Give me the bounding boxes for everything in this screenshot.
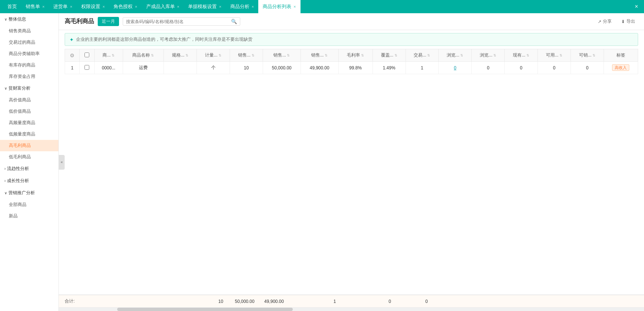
sidebar-group-trend-analysis[interactable]: ›流趋性分析 bbox=[0, 163, 58, 175]
sidebar-item-all-goods[interactable]: 全部商品 bbox=[0, 199, 58, 210]
sidebar-item-inventory-capital[interactable]: 库存资金占用 bbox=[0, 71, 58, 82]
sidebar-group-marketing-analysis[interactable]: ∨营销推广分析 bbox=[0, 187, 58, 199]
row-sellable: 0 bbox=[571, 62, 604, 74]
close-tab-sales-order[interactable]: × bbox=[42, 4, 44, 9]
sort-icon[interactable]: ⇅ bbox=[427, 54, 430, 57]
nav-item-product-analysis[interactable]: 商品分析× bbox=[226, 0, 258, 13]
sort-icon[interactable]: ⇅ bbox=[593, 54, 596, 57]
sort-icon[interactable]: ⇅ bbox=[151, 54, 154, 57]
sidebar-item-in-stock-goods[interactable]: 有库存的商品 bbox=[0, 59, 58, 71]
col-header-margin-rate[interactable]: 毛利率⇅ bbox=[338, 49, 373, 62]
close-tab-product-analysis[interactable]: × bbox=[252, 4, 254, 9]
sidebar-group-growth-analysis[interactable]: ›成长性分析 bbox=[0, 175, 58, 187]
sidebar-group-overall-info[interactable]: ∨整体信息 bbox=[0, 13, 58, 25]
col-header-name[interactable]: 商品名称⇅ bbox=[123, 49, 164, 62]
close-tab-product-entry[interactable]: × bbox=[177, 4, 179, 9]
row-browse1-link[interactable]: 0 bbox=[454, 65, 457, 70]
info-icon: ✦ bbox=[69, 37, 74, 43]
footer-cell-14: 0 bbox=[381, 299, 399, 304]
sort-icon[interactable]: ⇅ bbox=[395, 54, 397, 57]
row-select-checkbox[interactable] bbox=[84, 65, 89, 70]
sort-icon[interactable]: ⇅ bbox=[252, 54, 255, 57]
sort-icon[interactable]: ⇅ bbox=[112, 54, 115, 57]
sort-icon[interactable]: ⇅ bbox=[219, 54, 222, 57]
col-header-sales-amount[interactable]: 销售...⇅ bbox=[263, 49, 301, 62]
row-unit: 个 bbox=[197, 62, 230, 74]
col-header-sales-qty[interactable]: 销售...⇅ bbox=[230, 49, 263, 62]
horizontal-scrollbar[interactable] bbox=[59, 307, 644, 311]
nav-item-purchase-order[interactable]: 进货单× bbox=[49, 0, 76, 13]
nav-item-role-permissions[interactable]: 角色授权× bbox=[109, 0, 141, 13]
export-button[interactable]: ⬇ 导出 bbox=[618, 17, 638, 26]
col-header-current-stock[interactable]: 现有...⇅ bbox=[505, 49, 538, 62]
col-header-browse1[interactable]: 浏览...⇅ bbox=[439, 49, 472, 62]
col-header-spec[interactable]: 规格...⇅ bbox=[164, 49, 197, 62]
share-button[interactable]: ↗ 分享 bbox=[595, 17, 615, 26]
close-tab-role-permissions[interactable]: × bbox=[135, 4, 137, 9]
nav-item-order-template[interactable]: 单据模板设置× bbox=[184, 0, 226, 13]
sidebar-item-traded-goods[interactable]: 交易过的商品 bbox=[0, 37, 58, 48]
search-input[interactable] bbox=[126, 19, 231, 24]
row-available: 0 bbox=[538, 62, 571, 74]
col-header-sellable[interactable]: 可销...⇅ bbox=[571, 49, 604, 62]
data-table: ⚙商...⇅商品名称⇅规格...⇅计量...⇅销售...⇅销售...⇅销售...… bbox=[65, 49, 638, 74]
nav-item-product-entry[interactable]: 产成品入库单× bbox=[142, 0, 184, 13]
arrow-icon: › bbox=[4, 167, 6, 171]
col-header-tag: 标签 bbox=[604, 49, 638, 62]
footer-cell-6: 10 bbox=[212, 299, 230, 304]
col-header-browse2[interactable]: 浏览...⇅ bbox=[472, 49, 505, 62]
sidebar-collapse-button[interactable]: « bbox=[59, 155, 65, 170]
nav-item-home[interactable]: 首页 bbox=[3, 0, 21, 13]
search-icon[interactable]: 🔍 bbox=[231, 19, 237, 24]
sort-icon[interactable]: ⇅ bbox=[287, 54, 290, 57]
nav-item-product-analysis-list[interactable]: 商品分析列表× bbox=[258, 0, 300, 13]
col-label: 销售... bbox=[273, 52, 286, 58]
sort-icon[interactable]: ⇅ bbox=[560, 54, 562, 57]
sort-icon[interactable]: ⇅ bbox=[493, 54, 496, 57]
sort-icon[interactable]: ⇅ bbox=[526, 54, 529, 57]
nav-item-sales-order[interactable]: 销售单× bbox=[21, 0, 49, 13]
sidebar-item-high-margin-goods[interactable]: 高毛利商品 bbox=[0, 140, 58, 151]
sidebar-item-low-value-goods[interactable]: 低价值商品 bbox=[0, 106, 58, 117]
col-header-transaction[interactable]: 交易...⇅ bbox=[406, 49, 439, 62]
sort-icon[interactable]: ⇅ bbox=[460, 54, 463, 57]
col-header-code[interactable]: 商...⇅ bbox=[94, 49, 123, 62]
row-checkbox bbox=[80, 62, 94, 74]
content-area: 高毛利商品 近一月 🔍 ↗ 分享 ⬇ 导出 bbox=[59, 13, 644, 311]
col-header-unit[interactable]: 计量...⇅ bbox=[197, 49, 230, 62]
close-tab-purchase-order[interactable]: × bbox=[70, 4, 72, 9]
select-all-checkbox[interactable] bbox=[84, 53, 89, 57]
col-header-available[interactable]: 可用...⇅ bbox=[538, 49, 571, 62]
col-header-coverage[interactable]: 覆盖...⇅ bbox=[373, 49, 406, 62]
export-icon: ⬇ bbox=[621, 19, 625, 24]
sort-icon[interactable]: ⇅ bbox=[325, 54, 328, 57]
sidebar-item-low-freq-goods[interactable]: 低频量度商品 bbox=[0, 129, 58, 140]
nav-item-permission-settings[interactable]: 权限设置× bbox=[77, 0, 109, 13]
col-header-index: ⚙ bbox=[65, 49, 80, 62]
sidebar-group-label: 成长性分析 bbox=[7, 178, 29, 184]
sidebar-item-high-freq-goods[interactable]: 高频量度商品 bbox=[0, 117, 58, 129]
close-tab-product-analysis-list[interactable]: × bbox=[294, 4, 296, 9]
sidebar-group-label: 流趋性分析 bbox=[7, 166, 29, 172]
row-browse1: 0 bbox=[439, 62, 472, 74]
close-all-tabs-button[interactable]: × bbox=[632, 3, 641, 10]
footer-cell-11: 1 bbox=[325, 299, 344, 304]
close-tab-permission-settings[interactable]: × bbox=[102, 4, 105, 9]
sidebar-item-goods-analysis-rate[interactable]: 商品分类辅助率 bbox=[0, 48, 58, 59]
sidebar-item-high-value-goods[interactable]: 高价值商品 bbox=[0, 94, 58, 106]
settings-icon[interactable]: ⚙ bbox=[70, 53, 75, 58]
col-label: 浏览... bbox=[447, 52, 459, 58]
sidebar-item-new-goods[interactable]: 新品 bbox=[0, 210, 58, 222]
sort-icon[interactable]: ⇅ bbox=[186, 54, 188, 57]
col-label: 现有... bbox=[513, 52, 525, 58]
sidebar-group-label: 整体信息 bbox=[8, 16, 26, 22]
col-header-sales-cost[interactable]: 销售...⇅ bbox=[301, 49, 338, 62]
sidebar-group-label: 营销推广分析 bbox=[8, 190, 35, 196]
sidebar-group-wealth-analysis[interactable]: ∨贫财富分析 bbox=[0, 82, 58, 94]
sidebar-item-sales-goods[interactable]: 销售类商品 bbox=[0, 25, 58, 37]
row-coverage: 1.49% bbox=[373, 62, 406, 74]
sort-icon[interactable]: ⇅ bbox=[361, 54, 364, 57]
close-tab-order-template[interactable]: × bbox=[219, 4, 221, 9]
period-button[interactable]: 近一月 bbox=[98, 17, 119, 26]
sidebar-item-low-margin-goods[interactable]: 低毛利商品 bbox=[0, 151, 58, 163]
